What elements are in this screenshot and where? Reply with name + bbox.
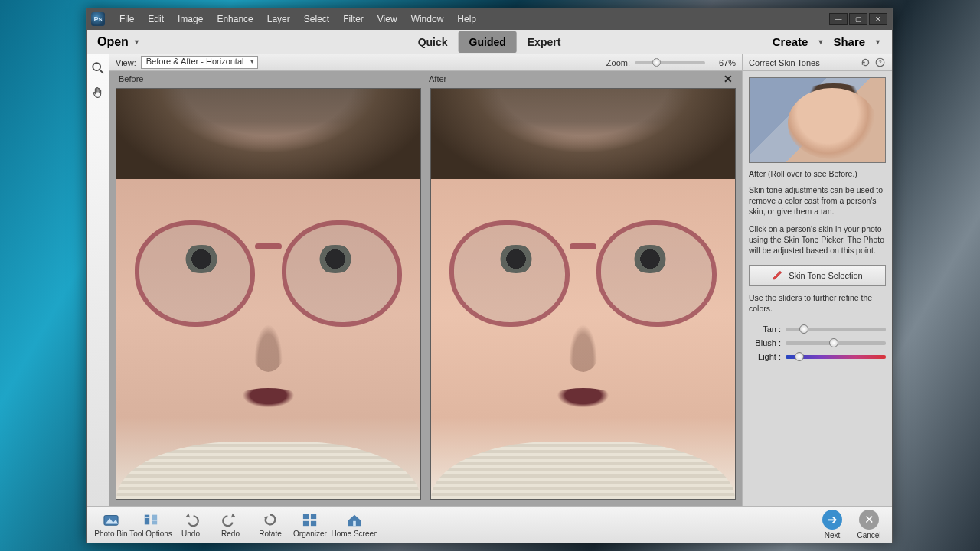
panel-desc-2: Click on a person's skin in your photo u…	[749, 223, 886, 256]
share-dropdown-icon[interactable]: ▼	[874, 38, 881, 46]
image-panes: Before After ✕	[109, 71, 742, 506]
menu-filter[interactable]: Filter	[336, 14, 371, 24]
panel-title: Correct Skin Tones	[749, 58, 820, 67]
menu-edit[interactable]: Edit	[141, 14, 171, 24]
menu-view[interactable]: View	[371, 14, 404, 24]
minimize-button[interactable]: —	[829, 13, 848, 25]
svg-rect-6	[145, 515, 149, 525]
tool-options-label: Tool Options	[129, 530, 172, 538]
bottom-bar: Photo Bin Tool Options Undo Redo Rotate …	[87, 506, 892, 543]
menu-file[interactable]: File	[113, 14, 141, 24]
svg-rect-10	[303, 514, 309, 519]
before-pane[interactable]	[116, 88, 421, 500]
organizer-icon	[300, 511, 320, 528]
tan-label: Tan :	[749, 324, 781, 334]
svg-rect-13	[311, 521, 316, 526]
home-screen-label: Home Screen	[331, 530, 377, 538]
skin-tone-selection-label: Skin Tone Selection	[789, 271, 862, 280]
light-label: Light :	[749, 352, 781, 361]
next-button[interactable]: ➔ Next	[814, 510, 851, 540]
photo-bin-button[interactable]: Photo Bin	[91, 511, 131, 538]
reset-icon[interactable]	[860, 57, 871, 68]
help-icon[interactable]: ?	[874, 57, 886, 68]
tool-options-button[interactable]: Tool Options	[131, 511, 171, 538]
redo-icon	[220, 511, 240, 528]
photo-bin-label: Photo Bin	[94, 530, 127, 538]
rotate-label: Rotate	[259, 530, 281, 538]
zoom-slider-thumb[interactable]	[652, 58, 661, 67]
close-pane-icon[interactable]: ✕	[724, 73, 733, 85]
after-label: After	[426, 74, 736, 88]
blush-thumb[interactable]	[829, 338, 838, 347]
mode-expert[interactable]: Expert	[517, 31, 572, 53]
svg-line-1	[100, 70, 103, 73]
tool-options-icon	[141, 511, 161, 528]
svg-rect-14	[353, 521, 356, 526]
menu-layer[interactable]: Layer	[260, 14, 297, 24]
svg-point-0	[93, 63, 100, 70]
blush-slider[interactable]	[786, 341, 886, 345]
hand-tool-icon[interactable]	[90, 85, 106, 100]
mode-quick[interactable]: Quick	[407, 31, 459, 53]
menu-window[interactable]: Window	[404, 14, 451, 24]
create-dropdown-icon[interactable]: ▼	[817, 38, 824, 46]
organizer-label: Organizer	[293, 530, 327, 538]
light-slider[interactable]	[786, 355, 886, 359]
view-mode-select[interactable]: Before & After - Horizontal	[141, 56, 259, 69]
tool-strip	[87, 54, 109, 506]
maximize-button[interactable]: ▢	[849, 13, 867, 25]
example-caption: After (Roll over to see Before.)	[749, 169, 886, 178]
menu-help[interactable]: Help	[450, 14, 483, 24]
svg-rect-7	[152, 515, 157, 525]
tan-thumb[interactable]	[799, 324, 808, 334]
skin-tone-selection-button[interactable]: Skin Tone Selection	[749, 265, 886, 286]
zoom-value: 67%	[710, 58, 736, 67]
svg-rect-11	[311, 514, 316, 519]
undo-icon	[181, 511, 201, 528]
svg-text:?: ?	[878, 59, 881, 66]
slider-intro: Use the sliders to further refine the co…	[749, 292, 886, 314]
menu-image[interactable]: Image	[171, 14, 210, 24]
redo-label: Redo	[221, 530, 240, 538]
next-label: Next	[825, 531, 841, 540]
before-image	[116, 89, 420, 499]
home-screen-button[interactable]: Home Screen	[330, 511, 379, 538]
canvas-area: View: Before & After - Horizontal Zoom: …	[109, 54, 742, 506]
open-button[interactable]: Open	[97, 35, 129, 49]
organizer-button[interactable]: Organizer	[290, 511, 330, 538]
menu-enhance[interactable]: Enhance	[210, 14, 260, 24]
cancel-x-icon: ✕	[859, 510, 879, 530]
zoom-tool-icon[interactable]	[90, 60, 106, 76]
undo-label: Undo	[181, 530, 200, 538]
eyedropper-icon	[772, 270, 782, 281]
redo-button[interactable]: Redo	[211, 511, 250, 538]
svg-rect-12	[303, 521, 309, 526]
menubar: Ps File Edit Image Enhance Layer Select …	[87, 8, 892, 30]
after-pane[interactable]	[430, 88, 736, 500]
cancel-button[interactable]: ✕ Cancel	[851, 510, 887, 540]
app-window: Ps File Edit Image Enhance Layer Select …	[86, 8, 893, 543]
right-panel: Correct Skin Tones ? After (Roll over to…	[742, 54, 892, 506]
rotate-button[interactable]: Rotate	[250, 511, 290, 538]
modebar: Open ▼ Quick Guided Expert Create ▼ Shar…	[87, 30, 892, 54]
mode-guided[interactable]: Guided	[459, 31, 517, 53]
undo-button[interactable]: Undo	[171, 511, 211, 538]
before-label: Before	[116, 74, 426, 88]
photo-bin-icon	[101, 511, 121, 528]
cancel-label: Cancel	[857, 531, 880, 540]
example-thumbnail[interactable]	[749, 77, 886, 163]
light-thumb[interactable]	[795, 352, 804, 361]
share-button[interactable]: Share	[833, 35, 865, 48]
app-logo-icon: Ps	[91, 12, 105, 26]
open-dropdown-icon[interactable]: ▼	[133, 38, 140, 46]
zoom-label: Zoom:	[606, 58, 630, 67]
rotate-icon	[260, 511, 280, 528]
view-strip: View: Before & After - Horizontal Zoom: …	[109, 54, 742, 71]
zoom-slider[interactable]	[635, 61, 705, 64]
close-window-button[interactable]: ✕	[869, 13, 887, 25]
panel-desc-1: Skin tone adjustments can be used to rem…	[749, 184, 886, 217]
create-button[interactable]: Create	[773, 35, 808, 48]
menu-select[interactable]: Select	[297, 14, 336, 24]
view-label: View:	[116, 58, 136, 67]
tan-slider[interactable]	[786, 328, 886, 331]
